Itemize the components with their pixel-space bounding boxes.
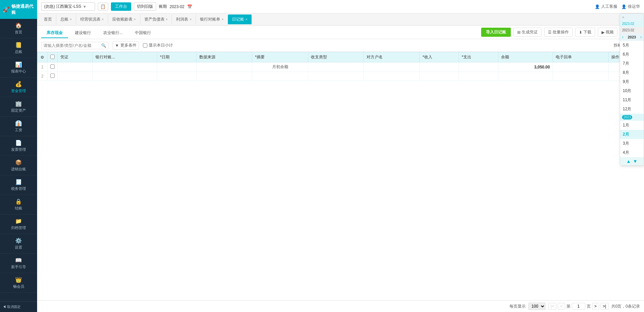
page-input[interactable]: [572, 303, 585, 310]
tab-diary[interactable]: 日记账 ×: [228, 15, 252, 24]
import-diary-button[interactable]: 导入日记账: [481, 28, 511, 37]
month-9[interactable]: 9月: [620, 77, 644, 86]
row-check-1[interactable]: [48, 62, 58, 72]
tab-ledger[interactable]: 总账 ×: [56, 15, 76, 24]
panel-down-icon[interactable]: ▼: [633, 159, 638, 164]
sidebar-item-reports[interactable]: 📊 报表中心: [0, 58, 37, 78]
panel-up-icon[interactable]: ▲: [626, 159, 631, 164]
period-value: 2023-02: [170, 4, 184, 9]
sidebar-item-newbie[interactable]: 📖 新手引导: [0, 254, 37, 273]
generate-voucher-button[interactable]: ⊞ 生成凭证: [514, 28, 541, 37]
sidebar-item-home[interactable]: 🏠 首页: [0, 19, 37, 38]
next-page-button[interactable]: >: [592, 303, 599, 310]
prev-page-button[interactable]: <: [558, 303, 565, 310]
sidebar-item-ledger[interactable]: 📒 总账: [0, 38, 37, 58]
col-counterpart: 对方户名: [364, 52, 420, 62]
tab-home[interactable]: 首页: [40, 15, 56, 24]
sidebar-label-reports: 报表中心: [11, 69, 26, 74]
tab-receivable[interactable]: 应收账龄表 ×: [108, 15, 140, 24]
sidebar-item-member[interactable]: 👑 畅会员: [0, 273, 37, 293]
col-data-source: 数据来源: [196, 52, 252, 62]
next-year-btn[interactable]: ›: [640, 35, 642, 39]
workbench-button[interactable]: 工作台: [111, 2, 131, 11]
prev-year-btn[interactable]: ‹: [622, 35, 623, 39]
show-daily-toggle[interactable]: 显示本日小计: [143, 42, 173, 48]
sidebar-item-tax[interactable]: 🧾 税务管理: [0, 175, 37, 195]
download-button[interactable]: ⬇ 下载: [575, 28, 595, 37]
search-icon[interactable]: 🔍: [101, 43, 106, 48]
tab-assets[interactable]: 资产负债表 ×: [140, 15, 172, 24]
sidebar-item-assets[interactable]: 🏢 固定资产: [0, 97, 37, 117]
back-button[interactable]: 切到旧版: [134, 2, 156, 11]
date-panel-entry1[interactable]: 2023.02: [622, 22, 634, 26]
search-input[interactable]: [43, 43, 100, 48]
sidebar-label-fund: 资金管理: [11, 88, 26, 93]
period-label: 账期: [159, 4, 167, 9]
month-8-label: 8月: [623, 70, 629, 76]
month-7[interactable]: 7月: [620, 59, 644, 68]
sidebar-item-purchase[interactable]: 📦 进销台账: [0, 156, 37, 175]
month-11[interactable]: 11月: [620, 95, 644, 105]
close-panel-icon[interactable]: ×: [622, 15, 624, 19]
month-5[interactable]: 5月: [620, 41, 644, 50]
tab-profit-close[interactable]: ×: [189, 18, 192, 21]
sidebar-item-settings[interactable]: ⚙️ 设置: [0, 234, 37, 254]
col-expense: *支出: [459, 52, 498, 62]
select-all-checkbox[interactable]: [50, 55, 55, 59]
sidebar-item-fund[interactable]: 💰 资金管理: [0, 78, 37, 97]
page-size-label: 每页显示: [509, 304, 526, 309]
row-check-2[interactable]: [48, 72, 58, 81]
company-selector[interactable]: (勿急) 江西脑宝-LSS ▼: [41, 2, 95, 11]
year-label: 2023: [628, 35, 636, 39]
tab-assets-close[interactable]: ×: [166, 18, 168, 21]
customer-service[interactable]: 👤 人工客服: [595, 4, 617, 9]
sidebar-label-close: 结账: [15, 206, 22, 211]
date-picker-panel: × 2023.02 2023.02 ‹ 2023 › 5月 6月 7月 8月 9…: [620, 13, 644, 166]
tab-bank-close[interactable]: ×: [222, 18, 224, 21]
batch-operation-button[interactable]: ☰ 批量操作: [544, 28, 573, 37]
table-header-row: ⚙ 凭证 银行对账... *日期 数据来源 *摘要 收支类型 对方户名 *收入 …: [37, 52, 644, 62]
sidebar-item-salary[interactable]: 👔 工资: [0, 117, 37, 136]
subtab-jianshe[interactable]: 建设银行: [69, 28, 96, 38]
tab-ledger-close[interactable]: ×: [70, 18, 72, 21]
tab-bank[interactable]: 银行对账单 ×: [196, 15, 228, 24]
subtab-nongye[interactable]: 农业银行...: [98, 28, 128, 38]
last-page-button[interactable]: >|: [601, 303, 609, 310]
month-1[interactable]: 1月: [620, 121, 644, 130]
month-6[interactable]: 6月: [620, 50, 644, 59]
date-panel-entry2[interactable]: 2023.02: [622, 28, 634, 32]
month-11-label: 11月: [623, 97, 631, 103]
calendar-icon[interactable]: 📅: [187, 4, 192, 9]
col-settings[interactable]: ⚙: [37, 52, 48, 62]
sidebar-collapse-btn[interactable]: ◀ 取消固定: [0, 302, 37, 312]
page-size-select[interactable]: 100 50 200: [528, 303, 546, 310]
ledger-icon: 📒: [15, 42, 22, 48]
sidebar-item-invoice[interactable]: 📄 发票管理: [0, 136, 37, 156]
row-counterpart-2: [364, 72, 420, 81]
sidebar-item-close[interactable]: 🔒 结账: [0, 195, 37, 215]
copy-button[interactable]: 📋: [98, 3, 108, 10]
month-2[interactable]: 2月: [620, 130, 644, 139]
tab-receivable-close[interactable]: ×: [134, 18, 136, 21]
filter-button[interactable]: ▼ 更多条件: [113, 41, 139, 50]
show-daily-checkbox[interactable]: [143, 43, 147, 48]
batch-icon: ☰: [548, 30, 552, 35]
tab-status-close[interactable]: ×: [102, 18, 104, 21]
first-page-button[interactable]: |<: [548, 303, 556, 310]
month-3[interactable]: 3月: [620, 139, 644, 148]
tab-profit[interactable]: 利润表 ×: [172, 15, 196, 24]
salary-icon: 👔: [15, 120, 22, 126]
tab-status[interactable]: 经营状况表 ×: [76, 15, 108, 24]
tab-diary-close[interactable]: ×: [245, 18, 247, 21]
col-check[interactable]: [48, 52, 58, 62]
month-12[interactable]: 12月: [620, 105, 644, 114]
row-expense-1: [459, 62, 498, 72]
month-8[interactable]: 8月: [620, 68, 644, 77]
month-4[interactable]: 4月: [620, 148, 644, 157]
video-button[interactable]: ▶ 视频: [598, 28, 617, 37]
subtab-zhongguo[interactable]: 中国银行: [129, 28, 156, 38]
month-10[interactable]: 10月: [620, 86, 644, 95]
subtab-cash[interactable]: 库存现金: [41, 28, 68, 38]
sidebar-item-archive[interactable]: 📁 归档管理: [0, 215, 37, 234]
user-info[interactable]: 👤 徐运华: [621, 4, 640, 9]
